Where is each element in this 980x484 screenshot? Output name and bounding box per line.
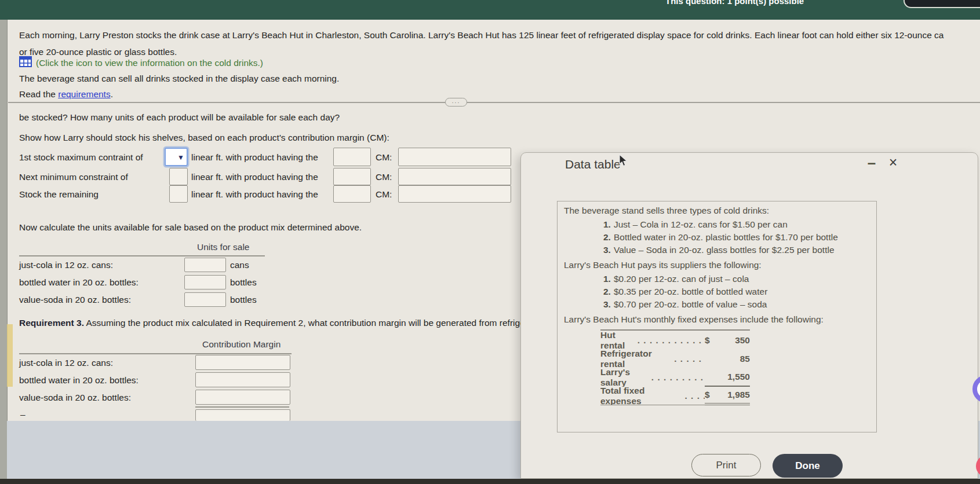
currency-sign: $ bbox=[705, 390, 715, 400]
expense-value: 350 bbox=[715, 335, 750, 346]
question-points-text: This question: 1 point(s) possible bbox=[665, 0, 804, 6]
units-water-input[interactable] bbox=[184, 275, 226, 289]
units-row-unit: bottles bbox=[230, 295, 257, 305]
requirement3-rest: Assuming the product mix calculated in R… bbox=[84, 318, 545, 328]
intro-line-1: Each morning, Larry Preston stocks the d… bbox=[19, 30, 944, 41]
units-intro: Now calculate the units available for sa… bbox=[19, 222, 362, 233]
list-item: 3.Value – Soda in 20-oz. glass bottles f… bbox=[603, 245, 835, 255]
item-text: $0.35 per 20-oz. bottle of bottled water bbox=[614, 287, 767, 296]
product-input-3[interactable] bbox=[398, 185, 511, 203]
done-button[interactable]: Done bbox=[773, 454, 843, 478]
print-button[interactable]: Print bbox=[691, 454, 761, 476]
stock-row-3-label: Stock the remaining bbox=[19, 189, 99, 200]
sell-note-text: The beverage stand can sell all drinks s… bbox=[19, 74, 339, 84]
item-text: $0.70 per 20-oz. bottle of value – soda bbox=[614, 299, 767, 309]
stock-row-2-label: Next minimum constraint of bbox=[19, 172, 128, 182]
question-line-1: be stocked? How many units of each produ… bbox=[19, 112, 340, 123]
requirement3-text: Requirement 3. Assuming the product mix … bbox=[19, 318, 545, 328]
requirements-link[interactable]: requirements bbox=[58, 89, 110, 99]
expense-label: Larry's salary bbox=[600, 368, 649, 387]
linear-ft-input-3[interactable] bbox=[169, 185, 188, 203]
item-text: Bottled water in 20-oz. plastic bottles … bbox=[614, 232, 838, 242]
minimize-icon[interactable]: – bbox=[864, 154, 879, 171]
divider-ellipsis-button[interactable]: ... bbox=[445, 98, 467, 107]
units-cola-input[interactable] bbox=[184, 258, 226, 272]
cm-water-input[interactable] bbox=[195, 372, 290, 387]
dialog-title: Data table bbox=[565, 157, 621, 171]
cm-rank-input-1[interactable] bbox=[333, 148, 371, 166]
units-row-label: value-soda in 20 oz. bottles: bbox=[19, 295, 131, 305]
data-table-dialog: Data table – × The beverage stand sells … bbox=[520, 152, 978, 479]
cm-total-dash: – bbox=[20, 409, 25, 420]
dot-leader: . . . . . . . . . . . bbox=[651, 372, 705, 383]
expenses-table-top-rule bbox=[600, 329, 750, 331]
cm-soda-input[interactable] bbox=[195, 390, 290, 405]
units-header-rule bbox=[19, 255, 265, 256]
expense-value-cell: 85 bbox=[705, 350, 750, 368]
stock-row-2-cm: CM: bbox=[376, 172, 392, 182]
expense-value: 85 bbox=[715, 354, 750, 364]
stock-row-1-mid: linear ft. with product having the bbox=[191, 152, 318, 163]
currency-sign: $ bbox=[705, 335, 715, 346]
mouse-cursor bbox=[619, 154, 629, 170]
expense-row: Refrigerator rental. . . . . . 85 bbox=[600, 350, 750, 368]
item-number: 1. bbox=[603, 219, 611, 229]
stock-row-1-label: 1st stock maximum contraint of bbox=[19, 152, 143, 163]
expense-label-cell: Total fixed expenses. . . . bbox=[600, 387, 705, 405]
list-item: 2.$0.35 per 20-oz. bottle of bottled wat… bbox=[603, 287, 767, 297]
product-input-2[interactable] bbox=[398, 168, 511, 185]
item-text: Value – Soda in 20-oz. glass bottles for… bbox=[614, 245, 835, 255]
expense-label: Refrigerator rental bbox=[600, 350, 671, 368]
linear-ft-select-1[interactable]: ▼ bbox=[165, 148, 188, 166]
read-suffix: . bbox=[111, 89, 113, 99]
list-item: 2.Bottled water in 20-oz. plastic bottle… bbox=[603, 232, 838, 243]
units-header: Units for sale bbox=[197, 242, 249, 252]
expense-value: 1,985 bbox=[715, 390, 750, 400]
question-line-2: Show how Larry should stock his shelves,… bbox=[19, 133, 389, 143]
screen: This question: 1 point(s) possible Each … bbox=[0, 0, 980, 484]
stock-row-3-cm: CM: bbox=[376, 189, 392, 200]
item-text: Just – Cola in 12-oz. cans for $1.50 per… bbox=[614, 219, 788, 229]
cm-rank-input-2[interactable] bbox=[333, 168, 371, 185]
stock-row-2-mid: linear ft. with product having the bbox=[191, 172, 318, 182]
item-number: 1. bbox=[603, 274, 611, 284]
section-divider bbox=[8, 102, 980, 103]
units-soda-input[interactable] bbox=[184, 292, 226, 307]
units-row-unit: bottles bbox=[230, 277, 257, 288]
cm-cola-input[interactable] bbox=[195, 355, 290, 370]
top-question-bar bbox=[0, 0, 980, 20]
expense-value-cell: $350 bbox=[705, 331, 750, 350]
list-item: 1.Just – Cola in 12-oz. cans for $1.50 p… bbox=[603, 219, 788, 230]
expense-label: Hut rental bbox=[600, 331, 635, 350]
units-row-label: just-cola in 12 oz. cans: bbox=[19, 260, 113, 270]
dot-leader: . . . . . . bbox=[674, 354, 705, 364]
cm-rank-input-3[interactable] bbox=[333, 185, 371, 203]
cm-row-label: bottled water in 20 oz. bottles: bbox=[19, 375, 139, 386]
suppliers-header: Larry's Beach Hut pays its suppliers the… bbox=[564, 260, 762, 270]
read-prefix: Read the bbox=[19, 89, 58, 99]
list-item: 1.$0.20 per 12-oz. can of just – cola bbox=[603, 274, 749, 284]
close-icon[interactable]: × bbox=[885, 153, 901, 171]
expenses-header: Larry's Beach Hut's monthly fixed expens… bbox=[564, 314, 824, 325]
expense-label-cell: Refrigerator rental. . . . . . bbox=[600, 350, 705, 368]
product-input-1[interactable] bbox=[398, 148, 511, 166]
linear-ft-input-2[interactable] bbox=[169, 168, 188, 185]
cm-total-input[interactable] bbox=[195, 409, 290, 421]
chevron-down-icon: ▼ bbox=[177, 153, 184, 162]
stock-row-1-cm: CM: bbox=[376, 152, 392, 163]
icon-note-text: (Click the icon to view the information … bbox=[36, 58, 263, 68]
data-table-icon[interactable] bbox=[19, 56, 32, 69]
cm-row-label: just-cola in 12 oz. cans: bbox=[19, 358, 113, 368]
item-number: 3. bbox=[603, 299, 611, 309]
expense-row-total: Total fixed expenses. . . . $1,985 bbox=[600, 387, 750, 405]
units-row-unit: cans bbox=[230, 260, 249, 270]
intro-line-2: or five 20-ounce plastic or glass bottle… bbox=[19, 47, 177, 57]
item-number: 2. bbox=[603, 232, 611, 242]
read-requirements-line: Read the requirements. bbox=[19, 89, 113, 100]
expense-row: Hut rental. . . . . . . . . . . . . . $3… bbox=[600, 331, 750, 350]
dot-leader: . . . . . . . . . . . . . . bbox=[637, 335, 705, 346]
top-right-button[interactable] bbox=[904, 0, 980, 8]
screen-bezel bbox=[0, 479, 980, 484]
expense-row: Larry's salary. . . . . . . . . . . 1,55… bbox=[600, 368, 750, 387]
expense-value-cell: $1,985 bbox=[705, 387, 750, 405]
